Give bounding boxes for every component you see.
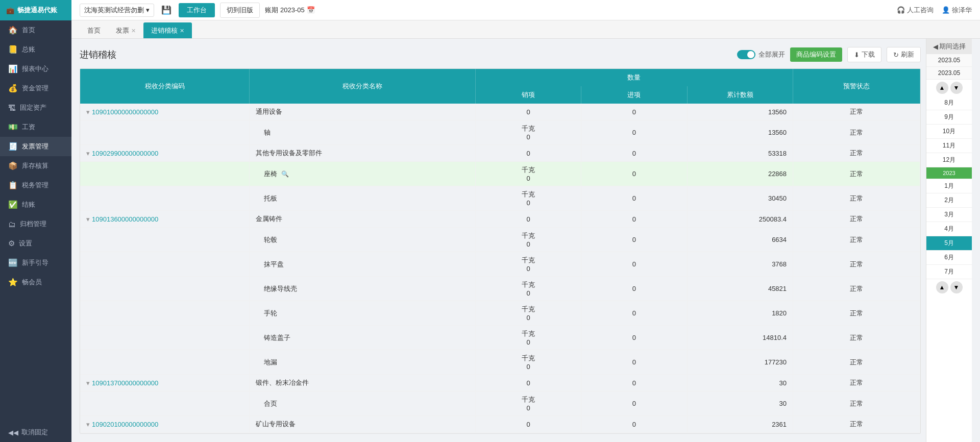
col-total: 累计数额: [687, 86, 793, 104]
col-tax-name: 税收分类名称: [250, 69, 475, 104]
period-month-9[interactable]: 9月: [926, 110, 972, 125]
table-row: 1820: [687, 301, 793, 326]
table-row: 0: [581, 301, 687, 326]
sidebar-item-tax[interactable]: 📋 税务管理: [0, 176, 71, 195]
page-header: 进销稽核 全部展开 商品编码设置 ⬇ 下载 ↻ 刷新: [80, 47, 921, 62]
expand-all-toggle[interactable]: [737, 50, 755, 59]
sidebar-item-ledger[interactable]: 📒 总账: [0, 40, 71, 59]
table-row: 0: [581, 416, 687, 433]
tab-reconcile-label: 进销稽核: [151, 26, 178, 35]
table-row: ▾109013700000000000: [80, 375, 250, 391]
period-header[interactable]: ◀ 期间选择: [926, 39, 972, 54]
pin-icon: ◀◀: [8, 429, 18, 436]
table-row: 250083.4: [687, 211, 793, 228]
table-row: 轮毂: [250, 228, 475, 252]
download-btn[interactable]: ⬇ 下载: [847, 47, 881, 62]
sidebar-item-label: 发票管理: [22, 142, 48, 151]
period-year-2023-05-2[interactable]: 2023.05: [926, 67, 972, 80]
tab-reconcile-close[interactable]: ✕: [180, 28, 184, 34]
period-month-1[interactable]: 1月: [926, 179, 972, 193]
table-row: 手轮: [250, 301, 475, 326]
refresh-icon: ↻: [893, 51, 899, 59]
sidebar-unpin-btn[interactable]: ◀◀ 取消固定: [0, 423, 71, 442]
table-row: 千克0: [475, 277, 581, 301]
table-row: 千克0: [475, 350, 581, 375]
settlement-icon: ✅: [8, 200, 18, 209]
member-icon: ⭐: [8, 278, 18, 287]
sidebar-item-label: 资金管理: [22, 84, 48, 93]
settings-icon: ⚙: [8, 239, 15, 248]
table-row: 座椅 🔍: [250, 162, 475, 186]
switch-version-btn[interactable]: 切到旧版: [220, 3, 260, 18]
workspace-btn[interactable]: 工作台: [179, 3, 215, 17]
app-name: 畅捷通易代账: [17, 6, 57, 15]
ledger-icon: 📒: [8, 45, 18, 54]
tab-home[interactable]: 首页: [80, 22, 108, 38]
table-row: 0: [475, 104, 581, 120]
sidebar-item-settings[interactable]: ⚙ 设置: [0, 234, 71, 253]
table-row: 0: [475, 145, 581, 162]
sidebar-item-label: 畅会员: [22, 278, 42, 287]
sidebar-item-assets[interactable]: 🏗 固定资产: [0, 98, 71, 117]
table-row: 正常: [793, 416, 920, 433]
table-row: 正常: [793, 120, 920, 145]
period-down-btn-2[interactable]: ▼: [950, 281, 963, 293]
period-month-4[interactable]: 4月: [926, 222, 972, 236]
table-row: ▾109010000000000000: [80, 104, 250, 120]
toggle-all-label: 全部展开: [758, 50, 785, 59]
tab-invoice[interactable]: 发票 ✕: [108, 22, 143, 38]
table-row: 铸造盖子: [250, 326, 475, 350]
period-down-btn[interactable]: ▼: [950, 82, 963, 94]
tab-invoice-close[interactable]: ✕: [131, 28, 136, 34]
tab-reconcile[interactable]: 进销稽核 ✕: [143, 22, 192, 38]
period-month-12[interactable]: 12月: [926, 153, 972, 167]
sidebar-item-payroll[interactable]: 💵 工资: [0, 117, 71, 137]
sidebar-item-archive[interactable]: 🗂 归档管理: [0, 214, 71, 234]
col-status: 预警状态: [793, 69, 920, 104]
table-row: 3768: [687, 252, 793, 277]
sidebar: 💼 畅捷通易代账 🏠 首页 📒 总账 📊 报表中心 💰 资金管理 🏗 固定资产 …: [0, 0, 71, 442]
sidebar-item-member[interactable]: ⭐ 畅会员: [0, 273, 71, 292]
table-row: 30450: [687, 186, 793, 211]
sidebar-item-home[interactable]: 🏠 首页: [0, 20, 71, 40]
table-row: 13560: [687, 120, 793, 145]
period-month-2[interactable]: 2月: [926, 193, 972, 208]
app-logo: 💼 畅捷通易代账: [0, 0, 71, 20]
refresh-btn[interactable]: ↻ 刷新: [887, 47, 921, 62]
period-month-6[interactable]: 6月: [926, 251, 972, 265]
user-profile[interactable]: 👤 徐泽华: [942, 6, 972, 15]
period-up-btn[interactable]: ▲: [936, 82, 948, 94]
save-icon-btn[interactable]: 💾: [159, 3, 174, 17]
invoice-icon: 🧾: [8, 142, 18, 151]
sidebar-item-inventory[interactable]: 📦 库存核算: [0, 156, 71, 176]
period-header-label: 期间选择: [939, 42, 966, 51]
col-quantity: 数量: [475, 69, 793, 86]
period-month-3[interactable]: 3月: [926, 208, 972, 222]
support-btn[interactable]: 🎧 人工咨询: [897, 6, 934, 15]
period-month-11[interactable]: 11月: [926, 139, 972, 153]
period-year-2023-05-1[interactable]: 2023.05: [926, 54, 972, 67]
headset-icon: 🎧: [897, 6, 905, 14]
company-selector[interactable]: 沈海英测试经营勿删 ▾: [80, 4, 154, 17]
table-row: 0: [581, 104, 687, 120]
table-row: 45821: [687, 277, 793, 301]
sidebar-item-invoice[interactable]: 🧾 发票管理: [0, 137, 71, 156]
logo-icon: 💼: [6, 7, 14, 14]
table-row: [80, 252, 250, 277]
period-up-btn-2[interactable]: ▲: [936, 281, 948, 293]
sidebar-item-reports[interactable]: 📊 报表中心: [0, 59, 71, 79]
table-row: 0: [581, 145, 687, 162]
table-row: [80, 301, 250, 326]
table-row: 0: [475, 211, 581, 228]
period-month-7[interactable]: 7月: [926, 265, 972, 279]
period-month-5[interactable]: 5月: [926, 236, 972, 251]
sidebar-item-settlement[interactable]: ✅ 结账: [0, 195, 71, 214]
topbar: 沈海英测试经营勿删 ▾ 💾 工作台 切到旧版 账期 2023-05 📅 🎧 人工…: [71, 0, 980, 20]
sidebar-item-guide[interactable]: 🆕 新手引导: [0, 253, 71, 273]
period-month-10[interactable]: 10月: [926, 125, 972, 139]
sidebar-item-label: 归档管理: [20, 219, 46, 229]
sidebar-item-funds[interactable]: 💰 资金管理: [0, 79, 71, 98]
product-code-settings-btn[interactable]: 商品编码设置: [790, 47, 842, 62]
period-month-8[interactable]: 8月: [926, 96, 972, 110]
table-row: 0: [581, 252, 687, 277]
